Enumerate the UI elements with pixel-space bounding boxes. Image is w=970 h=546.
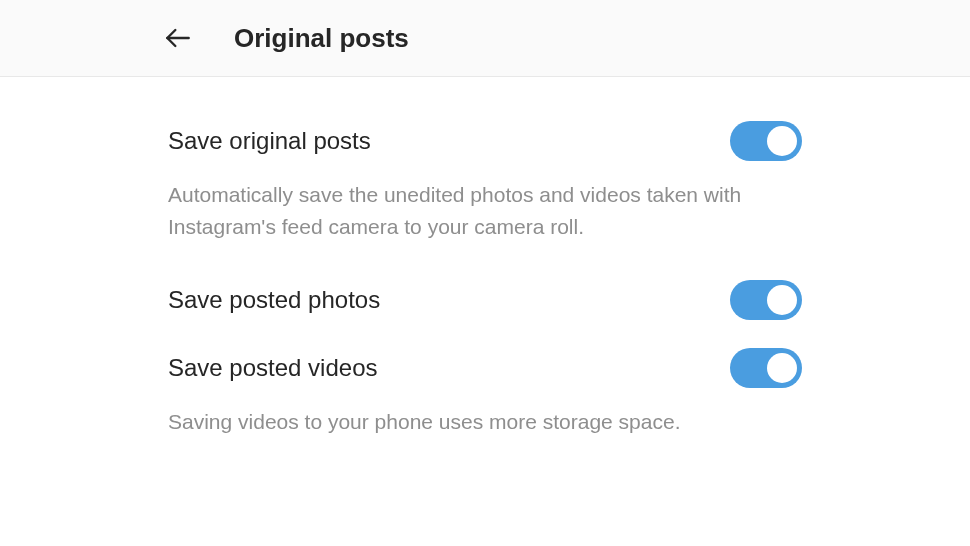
header-bar: Original posts	[0, 0, 970, 77]
page-title: Original posts	[234, 23, 409, 54]
setting-description: Saving videos to your phone uses more st…	[168, 402, 748, 462]
setting-label: Save posted videos	[168, 354, 377, 382]
toggle-knob	[767, 353, 797, 383]
toggle-knob	[767, 285, 797, 315]
setting-row-save-original-posts: Save original posts	[168, 107, 802, 175]
back-arrow-icon	[162, 22, 194, 54]
setting-row-save-posted-photos: Save posted photos	[168, 266, 802, 334]
setting-label: Save posted photos	[168, 286, 380, 314]
setting-row-save-posted-videos: Save posted videos	[168, 334, 802, 402]
toggle-knob	[767, 126, 797, 156]
toggle-save-posted-photos[interactable]	[730, 280, 802, 320]
back-button[interactable]	[162, 22, 194, 54]
setting-label: Save original posts	[168, 127, 371, 155]
settings-content: Save original posts Automatically save t…	[0, 77, 970, 462]
toggle-save-posted-videos[interactable]	[730, 348, 802, 388]
setting-description: Automatically save the unedited photos a…	[168, 175, 748, 266]
toggle-save-original-posts[interactable]	[730, 121, 802, 161]
